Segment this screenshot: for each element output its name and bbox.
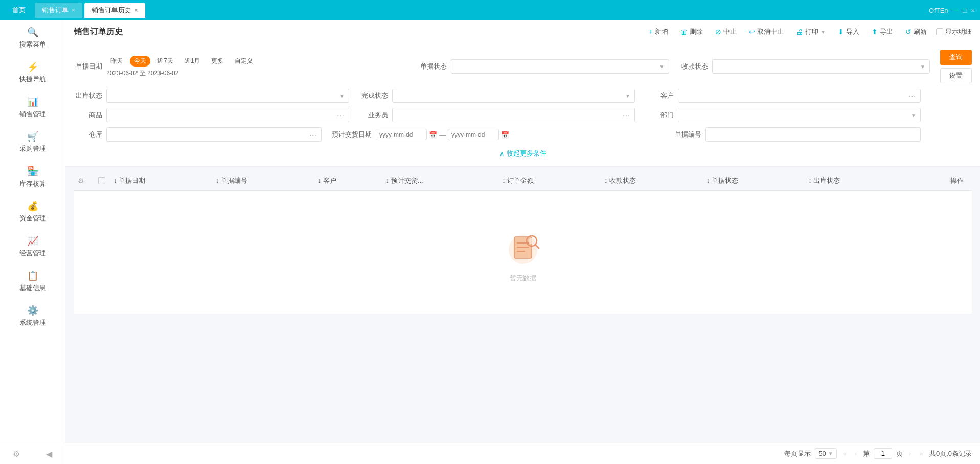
salesperson-select[interactable]: ···: [392, 108, 635, 122]
complete-status-arrow: ▼: [625, 93, 630, 99]
import-label: 导入: [846, 27, 859, 36]
th-doc-status-label: ↕ 单据状态: [706, 176, 738, 184]
customer-dots: ···: [908, 92, 916, 100]
sidebar-item-quick-nav[interactable]: ⚡ 快捷导航: [0, 55, 65, 90]
tab-sales-order-close[interactable]: ×: [72, 7, 75, 14]
sidebar-item-sales-mgmt[interactable]: 📊 销售管理: [0, 90, 65, 125]
sidebar-item-operations[interactable]: 📈 经营管理: [0, 229, 65, 264]
sidebar-item-system-mgmt-label: 系统管理: [19, 318, 46, 327]
top-bar: 首页 销售订单 × 销售订单历史 × OfTEn — □ ×: [0, 0, 980, 20]
system-mgmt-icon: ⚙️: [27, 305, 38, 316]
export-button[interactable]: ⬆ 导出: [869, 26, 896, 38]
prev-page-btn[interactable]: ‹: [853, 449, 859, 458]
sidebar-settings-icon[interactable]: ⚙: [13, 449, 20, 459]
warehouse-dots: ···: [309, 130, 317, 139]
delivery-date-from[interactable]: [376, 129, 427, 140]
new-button[interactable]: + 新增: [646, 26, 671, 38]
display-detail-toggle[interactable]: 显示明细: [936, 27, 972, 36]
warehouse-label: 仓库: [74, 130, 102, 139]
first-page-btn[interactable]: «: [841, 449, 849, 458]
print-icon: 🖨: [796, 28, 803, 36]
stop-button[interactable]: ⊘ 中止: [712, 26, 740, 38]
date-custom[interactable]: 自定义: [231, 56, 257, 67]
customer-label: 客户: [645, 91, 674, 100]
display-detail-checkbox[interactable]: [936, 28, 943, 35]
last-page-btn[interactable]: »: [918, 449, 925, 458]
page-title: 销售订单历史: [74, 27, 123, 37]
date-quick-select: 昨天 今天 近7天 近1月 更多 自定义: [106, 56, 257, 67]
tab-home[interactable]: 首页: [5, 3, 33, 18]
product-select[interactable]: ···: [106, 108, 349, 122]
stop-icon: ⊘: [715, 28, 721, 36]
refresh-button[interactable]: ↺ 刷新: [902, 26, 930, 38]
collapse-arrow-icon: ∧: [499, 150, 505, 158]
filter-order-no: 单据编号: [673, 127, 921, 142]
tab-sales-history-close[interactable]: ×: [134, 7, 138, 14]
date-7days[interactable]: 近7天: [153, 56, 177, 67]
calendar-from-icon[interactable]: 📅: [429, 131, 437, 139]
order-no-input[interactable]: [705, 127, 921, 142]
filter-row-3: 商品 ··· 业务员 ··· 部门 ▼: [74, 108, 972, 122]
table-header-row: ⚙ ↕ 单据日期 ↕ 单据编号 ↕ 客户: [74, 171, 972, 191]
sidebar-item-inventory[interactable]: 🏪 库存核算: [0, 160, 65, 194]
cancel-stop-button[interactable]: ↩ 取消中止: [746, 26, 787, 38]
delete-button[interactable]: 🗑 删除: [677, 26, 706, 38]
delivery-date-to[interactable]: [448, 129, 499, 140]
order-status-select[interactable]: ▼: [451, 59, 669, 74]
filter-product: 商品 ···: [74, 108, 349, 122]
payment-status-select[interactable]: ▼: [712, 59, 930, 74]
tab-sales-order[interactable]: 销售订单 ×: [35, 3, 82, 18]
sidebar-item-base-info[interactable]: 📋 基础信息: [0, 264, 65, 299]
print-button[interactable]: 🖨 打印 ▼: [793, 26, 829, 38]
date-today[interactable]: 今天: [130, 56, 150, 67]
purchase-mgmt-icon: 🛒: [27, 131, 38, 142]
filter-department: 部门 ▼: [645, 108, 921, 122]
date-yesterday[interactable]: 昨天: [106, 56, 127, 67]
date-more[interactable]: 更多: [207, 56, 227, 67]
sidebar-item-search-menu[interactable]: 🔍 搜索菜单: [0, 20, 65, 55]
filter-row-1: 单据日期 昨天 今天 近7天 近1月 更多 自定义 2023-06-02 至 2…: [74, 50, 972, 83]
next-page-btn[interactable]: ›: [907, 449, 913, 458]
close-btn[interactable]: ×: [971, 7, 975, 14]
table-select-all-checkbox[interactable]: [98, 177, 105, 184]
department-arrow: ▼: [911, 113, 916, 118]
minimize-btn[interactable]: —: [952, 7, 959, 14]
collapse-button[interactable]: ∧ 收起更多条件: [74, 147, 972, 160]
th-no-label: ↕ 单据编号: [216, 176, 247, 184]
calendar-to-icon[interactable]: 📅: [501, 131, 509, 139]
sidebar-collapse-icon[interactable]: ◀: [46, 449, 52, 459]
th-amount-label: ↕ 订单金额: [502, 176, 534, 184]
complete-status-select[interactable]: ▼: [392, 89, 635, 103]
table-settings-icon[interactable]: ⚙: [78, 176, 84, 185]
svg-point-7: [529, 238, 535, 244]
department-select[interactable]: ▼: [678, 108, 921, 122]
delete-icon: 🗑: [680, 28, 688, 36]
stock-out-select[interactable]: ▼: [106, 89, 349, 103]
top-right: OfTEn — □ ×: [929, 7, 975, 14]
tab-sales-history[interactable]: 销售订单历史 ×: [84, 3, 145, 18]
sidebar: 🔍 搜索菜单 ⚡ 快捷导航 📊 销售管理 🛒 采购管理 🏪 库存核算 💰 资金管…: [0, 20, 65, 464]
product-label: 商品: [74, 111, 102, 120]
import-button[interactable]: ⬇ 导入: [835, 26, 862, 38]
warehouse-select[interactable]: ···: [106, 127, 322, 142]
customer-select[interactable]: ···: [678, 89, 921, 103]
query-button[interactable]: 查询: [940, 50, 972, 65]
sidebar-item-finance[interactable]: 💰 资金管理: [0, 194, 65, 229]
quick-nav-icon: ⚡: [27, 61, 38, 73]
filter-area: 单据日期 昨天 今天 近7天 近1月 更多 自定义 2023-06-02 至 2…: [65, 43, 980, 167]
sidebar-item-purchase-mgmt[interactable]: 🛒 采购管理: [0, 125, 65, 160]
sidebar-item-finance-label: 资金管理: [19, 214, 46, 223]
settings-button[interactable]: 设置: [940, 68, 972, 83]
filter-order-status: 单据状态 ▼: [418, 59, 669, 74]
page-size-select[interactable]: 50 ▼: [815, 448, 836, 459]
sidebar-item-system-mgmt[interactable]: ⚙️ 系统管理: [0, 299, 65, 334]
finance-icon: 💰: [27, 201, 38, 212]
search-menu-icon: 🔍: [27, 27, 38, 38]
page-number-input[interactable]: [874, 448, 892, 459]
page-size-arrow: ▼: [828, 451, 833, 456]
order-status-arrow: ▼: [659, 64, 665, 70]
date-1month[interactable]: 近1月: [180, 56, 204, 67]
restore-btn[interactable]: □: [963, 7, 967, 14]
delivery-date-inputs: 📅 — 📅: [376, 129, 509, 140]
filter-complete-status: 完成状态 ▼: [359, 89, 635, 103]
